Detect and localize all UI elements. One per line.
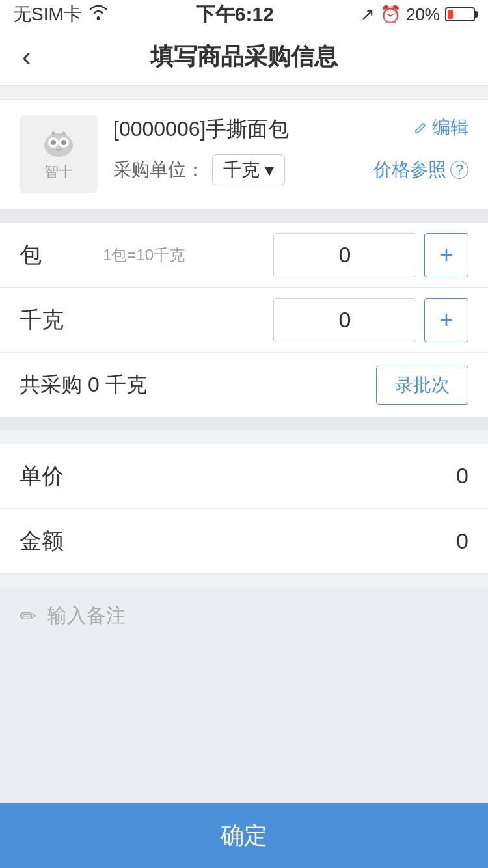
batch-button[interactable]: 录批次 [376, 366, 468, 405]
total-label: 共采购 0 千克 [20, 371, 147, 400]
brand-text: 智十 [44, 162, 73, 182]
svg-point-0 [96, 16, 100, 20]
section-divider-2 [0, 418, 488, 431]
package-plus-button[interactable]: + [424, 233, 468, 277]
amount-row: 金额 0 [0, 509, 488, 574]
kg-label: 千克 [20, 305, 98, 335]
product-name: [0000006]手撕面包 [113, 115, 289, 144]
package-input-row: 包 1包=10千克 0 + [0, 223, 488, 288]
section-divider-1 [0, 210, 488, 223]
kg-input-row: 千克 0 + [0, 288, 488, 353]
package-label: 包 [20, 240, 98, 270]
remark-section[interactable]: ✏ 输入备注 [0, 587, 488, 645]
total-row: 共采购 0 千克 录批次 [0, 353, 488, 418]
status-time: 下午6:12 [196, 1, 274, 28]
package-sub-label: 1包=10千克 [103, 245, 185, 265]
unit-price-row: 单价 0 [0, 444, 488, 509]
product-info: [0000006]手撕面包 编辑 采购单位： 千克 ▾ 价格参照 ? [113, 115, 468, 185]
status-right: ↗ ⏰ 20% [360, 5, 475, 25]
nav-bar: ‹ 填写商品采购信息 [0, 29, 488, 86]
svg-marker-7 [61, 131, 66, 135]
remark-placeholder: 输入备注 [47, 603, 126, 629]
svg-point-4 [51, 140, 56, 145]
unit-selector[interactable]: 千克 ▾ [212, 154, 285, 185]
svg-point-1 [44, 133, 73, 157]
unit-label: 采购单位： [113, 157, 204, 182]
edit-button[interactable]: 编辑 [414, 115, 468, 140]
page-title: 填写商品采购信息 [150, 41, 338, 73]
back-button[interactable]: ‹ [16, 36, 37, 78]
battery-percentage: 20% [406, 5, 440, 25]
svg-marker-6 [51, 131, 56, 135]
svg-point-5 [61, 140, 66, 145]
confirm-button[interactable]: 确定 [0, 803, 488, 868]
input-section: 包 1包=10千克 0 + 千克 0 + 共采购 0 千克 录批次 [0, 223, 488, 418]
package-quantity-input[interactable]: 0 [273, 233, 416, 277]
help-icon: ? [450, 161, 468, 179]
price-reference-button[interactable]: 价格参照 ? [373, 157, 468, 182]
wifi-icon [87, 4, 109, 25]
kg-plus-button[interactable]: + [424, 298, 468, 342]
alarm-icon: ⏰ [380, 5, 401, 25]
product-unit-row: 采购单位： 千克 ▾ 价格参照 ? [113, 154, 468, 185]
pencil-icon: ✏ [20, 604, 37, 629]
status-left: 无SIM卡 [13, 2, 109, 27]
carrier-label: 无SIM卡 [13, 2, 82, 27]
unit-price-label: 单价 [20, 461, 64, 491]
unit-price-value: 0 [456, 463, 468, 489]
battery-icon [445, 7, 475, 21]
amount-value: 0 [456, 528, 468, 554]
chevron-down-icon: ▾ [265, 159, 274, 181]
product-card: 智十 [0000006]手撕面包 编辑 采购单位： 千克 ▾ 价格参照 [0, 99, 488, 210]
kg-quantity-input[interactable]: 0 [273, 298, 416, 342]
amount-label: 金额 [20, 526, 64, 556]
product-image: 智十 [20, 115, 98, 193]
product-header: [0000006]手撕面包 编辑 [113, 115, 468, 144]
status-bar: 无SIM卡 下午6:12 ↗ ⏰ 20% [0, 0, 488, 29]
price-section: 单价 0 金额 0 [0, 444, 488, 574]
location-icon: ↗ [360, 5, 375, 25]
